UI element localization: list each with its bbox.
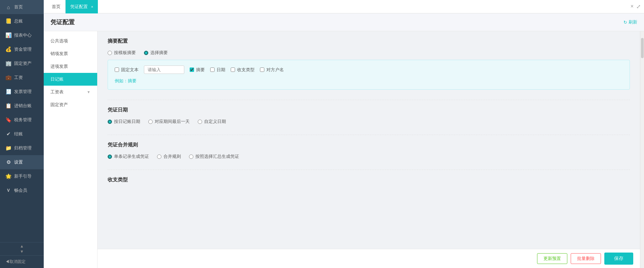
example-text: 例如：摘要 bbox=[115, 78, 623, 84]
tab-bar-right: × ⤢ bbox=[631, 3, 641, 10]
radio-template-label[interactable]: 按模板摘要 bbox=[108, 50, 136, 56]
sidebar-item-ledger[interactable]: 📒 总账 bbox=[0, 14, 44, 28]
sidebar-item-settings[interactable]: ⚙ 设置 bbox=[0, 155, 44, 169]
scrollbar bbox=[640, 31, 644, 268]
funds-icon: 💰 bbox=[5, 46, 11, 52]
refresh-button[interactable]: ↻ 刷新 bbox=[623, 19, 637, 25]
voucher-date-section: 凭证日期 按日记账日期 对应期间最后一天 bbox=[108, 107, 630, 125]
radio-single[interactable] bbox=[108, 154, 112, 159]
left-nav-fixed-assets[interactable]: 固定资产 bbox=[44, 98, 97, 111]
voucher-merge-title: 凭证合并规则 bbox=[108, 142, 630, 148]
chevron-down-icon: ▼ bbox=[87, 90, 90, 94]
radio-period-last[interactable] bbox=[148, 120, 153, 124]
sidebar-item-invoice-mgmt[interactable]: 🧾 发票管理 bbox=[0, 85, 44, 99]
sidebar-item-member[interactable]: V 畅会员 bbox=[0, 183, 44, 197]
radio-journal-date[interactable] bbox=[108, 120, 112, 124]
voucher-merge-radio-group: 单条记录生成凭证 合并规则 按照选择汇总生成凭证 bbox=[108, 153, 630, 160]
divider-3 bbox=[108, 170, 630, 170]
checkbox-abstract-label[interactable]: 摘要 bbox=[190, 67, 205, 73]
settings-icon: ⚙ bbox=[5, 159, 11, 165]
ledger-icon: 📒 bbox=[5, 18, 11, 24]
window-close-button[interactable]: × bbox=[631, 3, 634, 10]
left-nav-sales[interactable]: 销项发票 bbox=[44, 47, 97, 60]
sidebar-item-payroll[interactable]: 💼 工资 bbox=[0, 71, 44, 85]
main-area: 首页 凭证配置 × × ⤢ 凭证配置 ↻ 刷新 公共选项 bbox=[44, 0, 644, 268]
right-panel: 摘要配置 按模板摘要 选择摘要 bbox=[98, 31, 640, 268]
sidebar-item-checkout[interactable]: ✔ 结账 bbox=[0, 127, 44, 141]
sidebar-item-reports[interactable]: 📊 报表中心 bbox=[0, 28, 44, 42]
summary-config-section: 摘要配置 按模板摘要 选择摘要 bbox=[108, 38, 630, 90]
checkbox-date-label[interactable]: 日期 bbox=[210, 67, 225, 73]
checkbox-income-type[interactable] bbox=[231, 68, 235, 72]
left-nav-journal[interactable]: 日记账 bbox=[44, 73, 97, 86]
update-preview-button[interactable]: 更新预置 bbox=[537, 253, 567, 264]
radio-single-label[interactable]: 单条记录生成凭证 bbox=[108, 153, 149, 160]
radio-custom-date[interactable] bbox=[198, 120, 202, 124]
scrollbar-thumb[interactable] bbox=[641, 38, 644, 58]
divider-1 bbox=[108, 100, 630, 100]
member-icon: V bbox=[5, 188, 11, 193]
divider-2 bbox=[108, 135, 630, 135]
radio-journal-date-label[interactable]: 按日记账日期 bbox=[108, 119, 140, 125]
sidebar-item-purchase-sale[interactable]: 📋 进销台账 bbox=[0, 99, 44, 113]
sidebar: ⌂ 首页 📒 总账 📊 报表中心 💰 资金管理 🏢 固定资产 💼 工资 🧾 发票… bbox=[0, 0, 44, 268]
assets-icon: 🏢 bbox=[5, 60, 11, 66]
tab-bar: 首页 凭证配置 × × ⤢ bbox=[44, 0, 644, 13]
radio-period-last-label[interactable]: 对应期间最后一天 bbox=[148, 119, 190, 125]
checkbox-income-type-label[interactable]: 收支类型 bbox=[231, 67, 255, 73]
checkbox-fixed-text-label[interactable]: 固定文本 bbox=[115, 67, 139, 73]
checkbox-fixed-text[interactable] bbox=[115, 68, 119, 72]
sidebar-unpin-button[interactable]: ◀取消固定 bbox=[0, 255, 44, 268]
radio-template[interactable] bbox=[108, 51, 112, 55]
page-title: 凭证配置 bbox=[50, 18, 75, 26]
radio-merge[interactable] bbox=[157, 154, 161, 159]
home-icon: ⌂ bbox=[5, 4, 11, 10]
voucher-date-radio-group: 按日记账日期 对应期间最后一天 自定义日期 bbox=[108, 119, 630, 125]
sidebar-item-home[interactable]: ⌂ 首页 bbox=[0, 0, 44, 14]
archive-icon: 📁 bbox=[5, 145, 11, 151]
radio-summary[interactable] bbox=[189, 154, 193, 159]
guide-icon: 🌟 bbox=[5, 173, 11, 179]
checkbox-abstract[interactable] bbox=[190, 68, 194, 72]
sidebar-item-tax[interactable]: 🔖 税务管理 bbox=[0, 113, 44, 127]
summary-radio-group: 按模板摘要 选择摘要 bbox=[108, 50, 630, 56]
batch-delete-button[interactable]: 批量删除 bbox=[571, 253, 601, 264]
sidebar-scroll-down[interactable]: ▼ bbox=[20, 249, 24, 254]
reports-icon: 📊 bbox=[5, 32, 11, 38]
radio-select-label[interactable]: 选择摘要 bbox=[144, 50, 168, 56]
scrollable-content: 摘要配置 按模板摘要 选择摘要 bbox=[98, 31, 640, 249]
sidebar-item-assets[interactable]: 🏢 固定资产 bbox=[0, 56, 44, 71]
voucher-merge-section: 凭证合并规则 单条记录生成凭证 合并规则 bbox=[108, 142, 630, 160]
sidebar-item-guide[interactable]: 🌟 新手引导 bbox=[0, 169, 44, 183]
income-type-section: 收支类型 bbox=[108, 177, 630, 183]
voucher-date-title: 凭证日期 bbox=[108, 107, 630, 113]
tab-voucher-config[interactable]: 凭证配置 × bbox=[66, 0, 98, 13]
radio-merge-label[interactable]: 合并规则 bbox=[157, 153, 181, 160]
checkbox-counterpart[interactable] bbox=[260, 68, 264, 72]
tab-close-button[interactable]: × bbox=[91, 5, 93, 9]
left-nav-purchase[interactable]: 进项发票 bbox=[44, 60, 97, 73]
left-nav: 公共选项 销项发票 进项发票 日记账 工资表 ▼ 固定资产 bbox=[44, 31, 98, 268]
radio-select[interactable] bbox=[144, 51, 148, 55]
radio-summary-label[interactable]: 按照选择汇总生成凭证 bbox=[189, 153, 239, 160]
payroll-icon: 💼 bbox=[5, 75, 11, 81]
left-nav-payroll-table[interactable]: 工资表 ▼ bbox=[44, 86, 97, 98]
summary-options-row: 固定文本 摘要 日期 bbox=[115, 65, 623, 74]
checkbox-counterpart-label[interactable]: 对方户名 bbox=[260, 67, 284, 73]
left-nav-public[interactable]: 公共选项 bbox=[44, 35, 97, 47]
radio-custom-date-label[interactable]: 自定义日期 bbox=[198, 119, 226, 125]
content-area: 公共选项 销项发票 进项发票 日记账 工资表 ▼ 固定资产 bbox=[44, 31, 644, 268]
fixed-text-input[interactable] bbox=[144, 65, 184, 74]
save-button[interactable]: 保存 bbox=[604, 253, 633, 265]
checkbox-date[interactable] bbox=[210, 68, 215, 72]
sidebar-item-funds[interactable]: 💰 资金管理 bbox=[0, 42, 44, 56]
purchase-sale-icon: 📋 bbox=[5, 103, 11, 109]
sidebar-scroll-up[interactable]: ▲ bbox=[20, 244, 24, 249]
window-maximize-button[interactable]: ⤢ bbox=[636, 3, 641, 10]
checkout-icon: ✔ bbox=[5, 131, 11, 137]
refresh-icon: ↻ bbox=[623, 20, 627, 25]
tab-home[interactable]: 首页 bbox=[47, 0, 66, 13]
tax-icon: 🔖 bbox=[5, 117, 11, 123]
sidebar-item-archive[interactable]: 📁 归档管理 bbox=[0, 141, 44, 155]
bottom-action-bar: 更新预置 批量删除 保存 bbox=[98, 249, 640, 268]
